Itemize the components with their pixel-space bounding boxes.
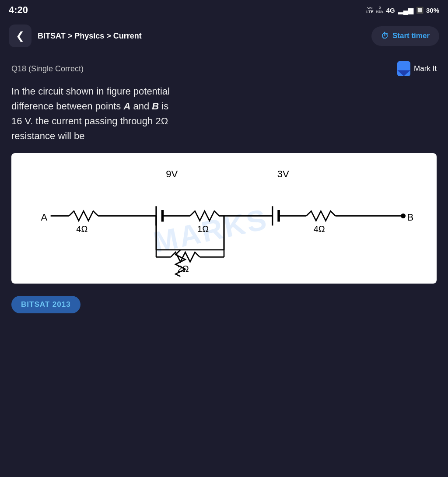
question-header: Q18 (Single Correct) Mark It — [11, 61, 437, 76]
lte-vol-icon: Vol LTE — [366, 7, 373, 14]
nav-left: ❮ BITSAT > Physics > Current — [9, 25, 142, 47]
question-text: In the circuit shown in figure potential… — [11, 84, 437, 144]
content-area: Q18 (Single Correct) Mark It In the circ… — [0, 55, 448, 322]
back-button[interactable]: ❮ — [9, 25, 32, 47]
svg-text:1Ω: 1Ω — [197, 224, 209, 234]
battery-icon: 🔲 — [416, 7, 424, 14]
svg-text:B: B — [407, 212, 413, 223]
timer-icon: ⏱ — [381, 32, 389, 41]
bookmark-icon — [397, 61, 410, 76]
network-type: 4G — [386, 7, 395, 14]
nav-bar: ❮ BITSAT > Physics > Current ⏱ Start tim… — [0, 18, 448, 55]
circuit-svg: MARKS 9V 3V A B 4Ω — [16, 160, 432, 277]
status-time: 4:20 — [9, 4, 28, 16]
svg-text:A: A — [41, 212, 48, 223]
start-timer-button[interactable]: ⏱ Start timer — [371, 26, 439, 46]
status-bar: 4:20 Vol LTE 0 KB/s 4G ▂▄▆ 🔲 30% — [0, 0, 448, 18]
mark-it-label: Mark It — [414, 64, 437, 73]
mark-it-button[interactable]: Mark It — [397, 61, 437, 76]
kb-s-icon: 0 KB/s — [376, 6, 384, 14]
question-label: Q18 (Single Correct) — [11, 64, 84, 74]
svg-text:3V: 3V — [277, 168, 289, 179]
breadcrumb: BITSAT > Physics > Current — [38, 32, 142, 41]
circuit-diagram-container: MARKS 9V 3V A B 4Ω — [11, 153, 437, 284]
svg-text:4Ω: 4Ω — [76, 224, 88, 234]
bitsat-tag-button[interactable]: BITSAT 2013 — [11, 296, 80, 313]
svg-point-19 — [401, 214, 406, 218]
svg-text:9V: 9V — [166, 168, 178, 179]
question-line1: In the circuit shown in figure potential… — [11, 86, 170, 141]
tag-label: BITSAT 2013 — [21, 300, 71, 309]
status-icons: Vol LTE 0 KB/s 4G ▂▄▆ 🔲 30% — [366, 6, 439, 14]
svg-text:4Ω: 4Ω — [314, 224, 325, 234]
circuit-diagram: MARKS 9V 3V A B 4Ω — [11, 153, 437, 284]
timer-label: Start timer — [392, 32, 430, 40]
back-icon: ❮ — [16, 30, 24, 42]
signal-icon: ▂▄▆ — [398, 6, 413, 14]
battery-percent: 30% — [426, 7, 439, 14]
svg-text:2Ω: 2Ω — [178, 264, 189, 274]
